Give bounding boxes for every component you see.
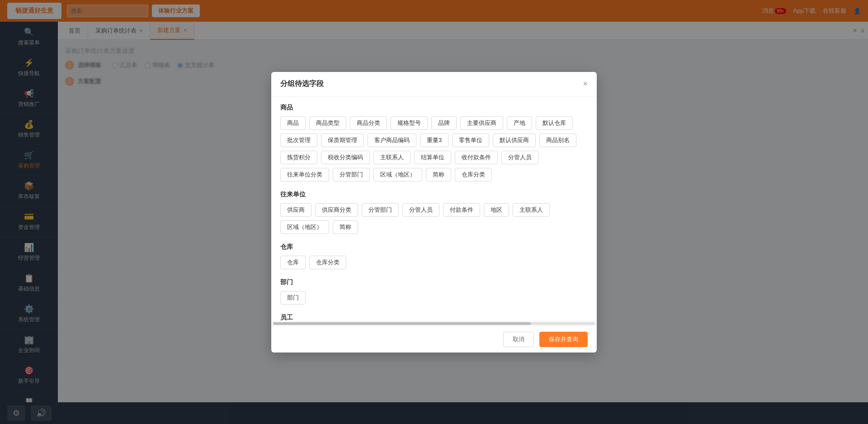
modal-horizontal-scroll[interactable] [271,321,597,326]
tag-goods-dept[interactable]: 分管部门 [333,168,370,181]
tag-goods-manager[interactable]: 分管人员 [501,151,538,164]
tag-goods-short-name[interactable]: 简称 [426,168,451,181]
tag-goods-batch[interactable]: 批次管理 [280,133,317,147]
tag-goods-settle-unit[interactable]: 结算单位 [414,151,451,164]
section-partner-tags: 供应商 供应商分类 分管部门 分管人员 付款条件 地区 主联系人 区域（地区） … [280,203,588,234]
tag-partner-supplier[interactable]: 供应商 [280,203,311,217]
tag-partner-dept[interactable]: 分管部门 [362,203,399,217]
modal-title: 分组待选字段 [280,79,324,89]
tag-goods-customer-code[interactable]: 客户商品编码 [368,133,416,147]
section-department: 部门 部门 [280,278,588,305]
modal-header: 分组待选字段 × [271,72,597,96]
tag-goods-warehouse-category[interactable]: 仓库分类 [455,168,492,181]
section-goods: 商品 商品 商品类型 商品分类 规格型号 品牌 主要供应商 产地 默认仓库 批次… [280,104,588,181]
tag-goods-product[interactable]: 商品 [280,116,306,130]
tag-goods-retail-unit[interactable]: 零售单位 [452,133,489,147]
section-warehouse-title: 仓库 [280,243,588,251]
tag-goods-main-contact[interactable]: 主联系人 [373,151,410,164]
section-department-tags: 部门 [280,291,588,305]
tag-goods-region[interactable]: 区域（地区） [373,168,422,181]
section-partner: 往来单位 供应商 供应商分类 分管部门 分管人员 付款条件 地区 主联系人 区域… [280,191,588,234]
section-department-title: 部门 [280,278,588,286]
tag-goods-expiry[interactable]: 保质期管理 [321,133,364,147]
tag-goods-default-supplier[interactable]: 默认供应商 [493,133,536,147]
tag-goods-default-warehouse[interactable]: 默认仓库 [536,116,573,130]
tag-warehouse-warehouse[interactable]: 仓库 [280,256,306,269]
section-warehouse-tags: 仓库 仓库分类 [280,256,588,269]
tag-partner-supplier-category[interactable]: 供应商分类 [315,203,358,217]
tag-goods-weight[interactable]: 重量3 [420,133,448,147]
tag-goods-category[interactable]: 商品分类 [350,116,387,130]
tag-goods-pick-points[interactable]: 拣货积分 [280,151,317,164]
tag-partner-short-name[interactable]: 简称 [333,220,358,234]
tag-warehouse-category[interactable]: 仓库分类 [309,256,346,269]
section-employee-title: 员工 [280,314,588,321]
section-partner-title: 往来单位 [280,191,588,199]
tag-goods-origin[interactable]: 产地 [507,116,532,130]
modal-dialog: 分组待选字段 × 商品 商品 商品类型 商品分类 规格型号 品牌 主要供应商 产… [271,72,597,353]
tag-goods-type[interactable]: 商品类型 [309,116,346,130]
tag-goods-brand[interactable]: 品牌 [431,116,457,130]
tag-goods-spec[interactable]: 规格型号 [391,116,428,130]
tag-goods-tax-code[interactable]: 税收分类编码 [321,151,370,164]
cancel-button[interactable]: 取消 [503,332,534,347]
tag-goods-alias[interactable]: 商品别名 [539,133,576,147]
tag-partner-main-contact[interactable]: 主联系人 [513,203,550,217]
modal-footer: 取消 保存并查询 [271,326,597,353]
tag-department-dept[interactable]: 部门 [280,291,306,305]
section-goods-title: 商品 [280,104,588,112]
tag-partner-area[interactable]: 区域（地区） [280,220,329,234]
tag-goods-payment-terms[interactable]: 收付款条件 [455,151,498,164]
tag-partner-region[interactable]: 地区 [484,203,509,217]
tag-partner-payment[interactable]: 付款条件 [443,203,480,217]
section-employee: 员工 业务员 [280,314,588,321]
modal-close-button[interactable]: × [583,79,588,89]
modal-body: 商品 商品 商品类型 商品分类 规格型号 品牌 主要供应商 产地 默认仓库 批次… [271,96,597,321]
section-warehouse: 仓库 仓库 仓库分类 [280,243,588,269]
tag-partner-manager[interactable]: 分管人员 [402,203,439,217]
tag-goods-main-supplier[interactable]: 主要供应商 [460,116,503,130]
tag-goods-partner-category[interactable]: 往来单位分类 [280,168,329,181]
confirm-button[interactable]: 保存并查询 [539,332,588,347]
section-goods-tags: 商品 商品类型 商品分类 规格型号 品牌 主要供应商 产地 默认仓库 批次管理 … [280,116,588,181]
